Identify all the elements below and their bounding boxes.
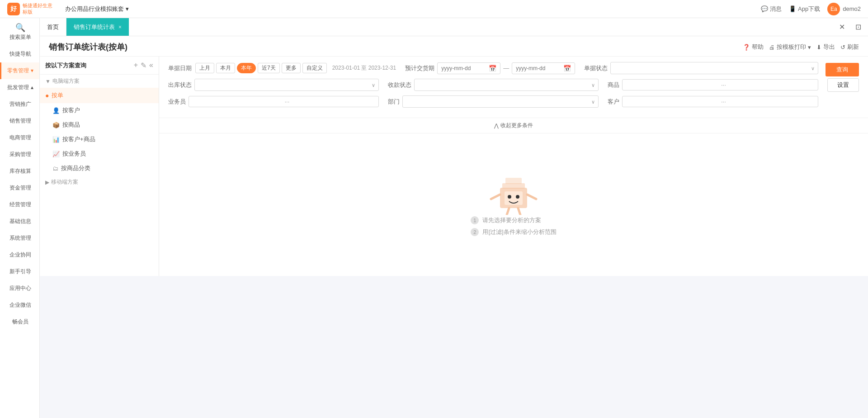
tip-num-2: 2 bbox=[471, 228, 479, 236]
sidebar-item-member[interactable]: 畅会员 bbox=[0, 314, 39, 330]
sidebar: 🔍 搜索菜单 快捷导航 零售管理 ▾ 批发管理 ▴ 营销推广 销售管理 电商管理… bbox=[0, 18, 40, 418]
dept-label: 部门 bbox=[388, 98, 400, 106]
date-label: 单据日期 bbox=[168, 64, 192, 72]
page-title: 销售订单统计表(按单) bbox=[49, 42, 127, 52]
delivery-status-select[interactable] bbox=[194, 79, 379, 91]
help-link[interactable]: ❓ 帮助 bbox=[743, 43, 764, 51]
collapse-panel-button[interactable]: « bbox=[149, 61, 153, 70]
page-inner: 销售订单统计表(按单) ❓ 帮助 🖨 按模板打印 ▾ ⬇ bbox=[40, 36, 868, 276]
salesperson-label: 业务员 bbox=[168, 98, 186, 106]
empty-tips: 1 请先选择要分析的方案 2 用[过滤]条件来缩小分析范围 bbox=[471, 216, 556, 240]
refresh-button[interactable]: ↺ 刷新 bbox=[840, 43, 859, 51]
expected-date-end[interactable]: 📅 bbox=[512, 62, 575, 74]
date-btn-thisyear[interactable]: 本年 bbox=[237, 63, 256, 73]
salesperson-filter: 业务员 ··· bbox=[168, 96, 379, 107]
tree-item-by-goods[interactable]: 📦 按商品 bbox=[40, 118, 159, 132]
expected-date-start[interactable]: 📅 bbox=[437, 62, 500, 74]
goods-label: 商品 bbox=[608, 81, 619, 89]
customer-dots-button[interactable]: ··· bbox=[721, 98, 814, 105]
right-content: 单据日期 上月 本月 本年 近7天 更多 自定义 bbox=[159, 57, 868, 276]
dept-select[interactable] bbox=[402, 95, 599, 108]
reset-button[interactable]: 设置 bbox=[827, 78, 859, 92]
goods-dots-button[interactable]: ··· bbox=[721, 81, 814, 88]
sidebar-item-system[interactable]: 系统管理 bbox=[0, 230, 39, 247]
date-btn-7days[interactable]: 近7天 bbox=[258, 63, 280, 73]
status-label: 单据状态 bbox=[584, 64, 608, 72]
sidebar-item-retail[interactable]: 零售管理 ▾ bbox=[0, 62, 39, 79]
payment-select-wrap bbox=[414, 79, 599, 91]
top-bar-left: 好 畅捷通好生意 标版 办公用品行业模拟账套 ▾ bbox=[7, 3, 129, 15]
svg-point-2 bbox=[508, 195, 511, 199]
tree-item-by-goods-category[interactable]: 🗂 按商品分类 bbox=[40, 161, 159, 176]
sidebar-item-search[interactable]: 🔍 搜索菜单 bbox=[0, 18, 39, 46]
goods-icon: 📦 bbox=[52, 122, 60, 128]
print-button[interactable]: 🖨 按模板打印 ▾ bbox=[769, 43, 811, 51]
svg-line-5 bbox=[527, 195, 536, 199]
messages-button[interactable]: 💬 消息 bbox=[761, 5, 782, 13]
sidebar-item-appcenter[interactable]: 应用中心 bbox=[0, 280, 39, 297]
date-btn-lastmonth[interactable]: 上月 bbox=[195, 63, 214, 73]
maximize-button[interactable]: ⊡ bbox=[852, 21, 864, 33]
tab-active[interactable]: 销售订单统计表 × bbox=[66, 18, 129, 36]
sidebar-item-basic[interactable]: 基础信息 bbox=[0, 213, 39, 230]
app-download-button[interactable]: 📱 App下载 bbox=[789, 5, 820, 13]
top-bar: 好 畅捷通好生意 标版 办公用品行业模拟账套 ▾ 💬 消息 📱 App下载 Ea… bbox=[0, 0, 868, 18]
sidebar-item-enterprise[interactable]: 企业协同 bbox=[0, 247, 39, 263]
date-filter: 单据日期 上月 本月 本年 近7天 更多 自定义 bbox=[168, 63, 396, 73]
date-btn-more[interactable]: 更多 bbox=[282, 63, 301, 73]
expected-date-start-input[interactable] bbox=[441, 65, 487, 71]
sidebar-item-quicknav[interactable]: 快捷导航 bbox=[0, 46, 39, 62]
user-area[interactable]: Ea demo2 bbox=[827, 3, 861, 15]
date-btn-thismonth[interactable]: 本月 bbox=[216, 63, 235, 73]
left-panel-tools: + ✎ « bbox=[134, 61, 153, 70]
query-button[interactable]: 查询 bbox=[826, 63, 859, 76]
sidebar-item-finance[interactable]: 资金管理 bbox=[0, 180, 39, 196]
tree-item-by-salesperson[interactable]: 📈 按业务员 bbox=[40, 147, 159, 161]
salesperson-input[interactable]: ··· bbox=[189, 96, 379, 107]
content-area: 首页 销售订单统计表 × ✕ ⊡ 销售订单统计表(按单) ❓ 帮助 bbox=[40, 18, 868, 418]
expected-date-end-input[interactable] bbox=[516, 65, 561, 71]
message-icon: 💬 bbox=[761, 5, 768, 12]
filter-row-1: 单据日期 上月 本月 本年 近7天 更多 自定义 bbox=[168, 62, 818, 74]
tab-close-button[interactable]: × bbox=[118, 24, 122, 30]
sidebar-item-sales[interactable]: 销售管理 bbox=[0, 113, 39, 129]
close-window-button[interactable]: ✕ bbox=[835, 21, 848, 33]
tree-item-by-customer-goods[interactable]: 📊 按客户+商品 bbox=[40, 132, 159, 147]
export-button[interactable]: ⬇ 导出 bbox=[816, 43, 835, 51]
goods-input[interactable]: ··· bbox=[622, 79, 818, 90]
sidebar-item-purchase[interactable]: 采购管理 bbox=[0, 146, 39, 163]
status-select[interactable] bbox=[610, 62, 818, 74]
svg-line-4 bbox=[491, 195, 500, 199]
company-select[interactable]: 办公用品行业模拟账套 ▾ bbox=[65, 5, 129, 13]
tree-item-by-customer[interactable]: 👤 按客户 bbox=[40, 103, 159, 118]
sidebar-item-wechat[interactable]: 企业微信 bbox=[0, 297, 39, 314]
page-content: 销售订单统计表(按单) ❓ 帮助 🖨 按模板打印 ▾ ⬇ bbox=[40, 36, 868, 418]
content-with-panel: 按以下方案查询 + ✎ « ▼ 电脑端方案 bbox=[40, 57, 868, 276]
tab-bar: 首页 销售订单统计表 × ✕ ⊡ bbox=[40, 18, 868, 36]
top-bar-right: 💬 消息 📱 App下载 Ea demo2 bbox=[761, 3, 861, 15]
tab-home[interactable]: 首页 bbox=[40, 18, 66, 36]
date-btn-custom[interactable]: 自定义 bbox=[302, 63, 327, 73]
dept-select-wrap bbox=[402, 95, 599, 108]
collapse-up-icon: ⋀ bbox=[494, 123, 499, 129]
refresh-icon: ↺ bbox=[840, 44, 845, 51]
goods-filter: 商品 ··· bbox=[608, 79, 818, 90]
help-icon: ❓ bbox=[743, 44, 750, 51]
search-icon: 🔍 bbox=[3, 23, 38, 33]
filter-row-2: 出库状态 bbox=[168, 79, 818, 91]
tree-item-by-order[interactable]: ● 按单 bbox=[40, 88, 159, 103]
sidebar-item-ecommerce[interactable]: 电商管理 bbox=[0, 129, 39, 146]
sidebar-item-operations[interactable]: 经营管理 bbox=[0, 196, 39, 213]
edit-scheme-button[interactable]: ✎ bbox=[141, 61, 146, 70]
sidebar-item-inventory[interactable]: 库存核算 bbox=[0, 163, 39, 180]
sidebar-item-newuser[interactable]: 新手引导 bbox=[0, 263, 39, 280]
date-separator: — bbox=[503, 65, 509, 71]
sidebar-item-marketing[interactable]: 营销推广 bbox=[0, 96, 39, 113]
empty-tip-2: 2 用[过滤]条件来缩小分析范围 bbox=[471, 228, 556, 236]
salesperson-dots-button[interactable]: ··· bbox=[285, 98, 375, 105]
collapse-button[interactable]: ⋀ 收起更多条件 bbox=[494, 122, 533, 129]
sidebar-item-wholesale[interactable]: 批发管理 ▴ bbox=[0, 79, 39, 96]
add-scheme-button[interactable]: + bbox=[134, 61, 138, 70]
customer-input[interactable]: ··· bbox=[622, 96, 818, 107]
payment-status-select[interactable] bbox=[414, 79, 599, 91]
